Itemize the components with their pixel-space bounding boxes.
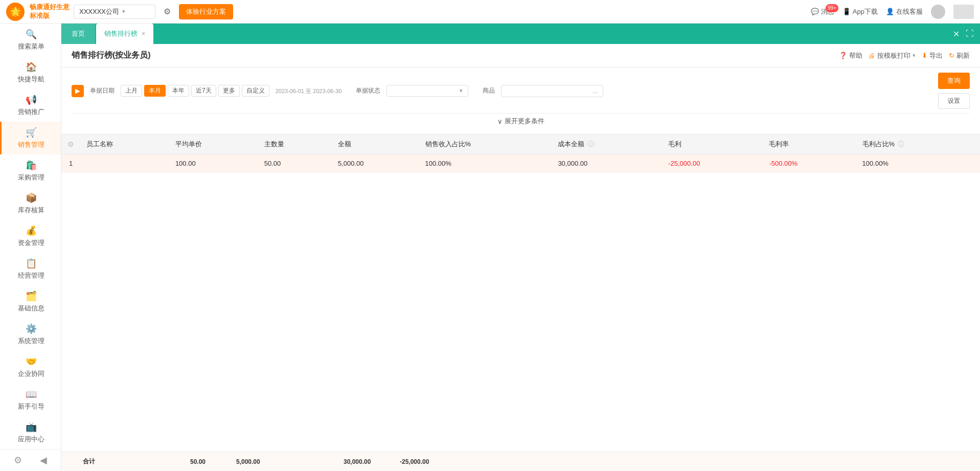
page-title: 销售排行榜(按业务员): [72, 50, 151, 61]
cell-avg-price: 100.00: [169, 154, 258, 173]
sidebar-item-collab[interactable]: 🤝 企业协同: [0, 351, 61, 384]
expand-more-button[interactable]: ∨ 展开更多条件: [497, 117, 544, 126]
help-icon: ❓: [839, 52, 847, 59]
avatar[interactable]: [931, 5, 945, 19]
chevron-down-icon: ▾: [122, 8, 125, 15]
online-service-button[interactable]: 👤 在线客服: [886, 7, 923, 16]
expand-down-icon: ∨: [497, 118, 503, 125]
cell-qty: 50.00: [258, 154, 332, 173]
finance-icon: 💰: [26, 225, 37, 236]
col-cost: 成本全额 ⓘ: [552, 134, 662, 154]
status-select[interactable]: ▾: [386, 85, 468, 97]
message-button[interactable]: 💬 消息 99+: [811, 7, 834, 16]
top-right-actions: 💬 消息 99+ 📱 App下载 👤 在线客服: [811, 5, 974, 19]
sidebar-item-apps[interactable]: 📺 应用中心: [0, 416, 61, 449]
settings-button[interactable]: 设置: [938, 93, 970, 109]
sidebar-item-management[interactable]: 📋 经营管理: [0, 253, 61, 285]
sidebar-item-basic-info[interactable]: 🗂️ 基础信息: [0, 285, 61, 318]
goods-select[interactable]: ...: [501, 85, 603, 97]
col-employee: 员工名称: [80, 134, 169, 154]
recent7-button[interactable]: 近7天: [191, 85, 216, 97]
logo-text: 畅康通好生意 标准版: [30, 3, 70, 20]
sidebar-item-nav[interactable]: 🏠 快捷导航: [0, 56, 61, 89]
footer-profit: -25,000.00: [400, 458, 451, 465]
management-icon: 📋: [26, 258, 37, 269]
custom-button[interactable]: 自定义: [242, 85, 269, 97]
column-settings-icon[interactable]: ⚙: [67, 140, 74, 148]
company-name: XXXXXX公司: [79, 7, 119, 16]
app-download-button[interactable]: 📱 App下载: [842, 7, 878, 16]
col-profit-pct: 毛利占比% ⓘ: [856, 134, 980, 154]
col-avg-price: 平均单价: [169, 134, 258, 154]
sidebar-settings-button[interactable]: ⚙: [14, 455, 22, 466]
date-filter-buttons: 上月 本月 本年 近7天 更多 自定义: [121, 85, 269, 97]
col-settings[interactable]: ⚙: [61, 134, 80, 154]
sidebar-bottom: ⚙ ◀: [0, 449, 61, 471]
table-row: 1 100.00 50.00: [61, 154, 980, 173]
sidebar-item-guide[interactable]: 📖 新手引导: [0, 384, 61, 416]
refresh-button[interactable]: ↻ 刷新: [949, 51, 970, 60]
tab-home[interactable]: 首页: [61, 24, 95, 44]
sidebar-item-finance[interactable]: 💰 资金管理: [0, 220, 61, 253]
status-chevron-icon: ▾: [460, 87, 463, 94]
cell-cost: 30,000.00: [552, 154, 662, 173]
message-icon: 💬: [811, 8, 819, 15]
col-profit-rate: 毛利率: [763, 134, 856, 154]
print-button[interactable]: 🖨 按模板打印 ▾: [869, 51, 916, 60]
footer-amount: 5,000.00: [236, 458, 287, 465]
table-footer: 合计 50.00 5,000.00 30,000.00 -25,000.00: [61, 452, 980, 471]
more-button[interactable]: 更多: [218, 85, 240, 97]
export-icon: ⬇: [922, 52, 927, 59]
content-area: 首页 销售排行榜 × ✕ ⛶ 销售排行榜(按业务员) ❓ 帮助: [61, 24, 980, 471]
col-sales-pct: 销售收入占比%: [419, 134, 552, 154]
sidebar-item-marketing[interactable]: 📢 营销推广: [0, 89, 61, 122]
prev-month-button[interactable]: 上月: [121, 85, 142, 97]
this-month-button[interactable]: 本月: [144, 85, 166, 97]
footer-cells: 合计 50.00 5,000.00 30,000.00 -25,000.00: [67, 457, 974, 466]
cell-amount: 5,000.00: [332, 154, 419, 173]
this-year-button[interactable]: 本年: [168, 85, 189, 97]
tab-close-icon[interactable]: ×: [142, 30, 145, 37]
sidebar-item-system[interactable]: ⚙️ 系统管理: [0, 318, 61, 351]
sidebar-item-search[interactable]: 🔍 搜索菜单: [0, 24, 61, 56]
print-icon: 🖨: [869, 52, 875, 59]
trial-button[interactable]: 体验行业方案: [179, 4, 233, 19]
cell-employee: [80, 154, 169, 173]
expand-arrow-button[interactable]: ▶: [72, 85, 84, 97]
cell-rank: 1: [61, 154, 80, 173]
help-button[interactable]: ❓ 帮助: [839, 51, 862, 60]
apps-icon: 📺: [26, 421, 37, 433]
goods-ellipsis: ...: [592, 87, 598, 95]
marketing-icon: 📢: [26, 94, 37, 105]
cell-profit-rate: -500.00%: [763, 154, 856, 173]
expand-row: ∨ 展开更多条件: [72, 113, 970, 129]
query-button[interactable]: 查询: [938, 73, 970, 89]
collab-icon: 🤝: [26, 356, 37, 367]
footer-cost: 30,000.00: [344, 458, 400, 465]
profit-pct-icon: ⓘ: [898, 140, 904, 148]
service-icon: 👤: [886, 8, 894, 15]
sidebar-collapse-button[interactable]: ◀: [40, 455, 47, 466]
download-icon: 📱: [842, 8, 851, 15]
goods-label: 商品: [483, 86, 495, 95]
settings-icon[interactable]: ⚙: [159, 4, 175, 19]
logo: 🌟 畅康通好生意 标准版: [6, 3, 70, 21]
logo-icon: 🌟: [6, 3, 25, 21]
table-header-row: ⚙ 员工名称 平均单价 主数量: [61, 134, 980, 154]
page-content: 销售排行榜(按业务员) ❓ 帮助 🖨 按模板打印 ▾ ⬇ 导出: [61, 44, 980, 471]
export-button[interactable]: ⬇ 导出: [922, 51, 943, 60]
sidebar-item-inventory[interactable]: 📦 库存核算: [0, 187, 61, 220]
header-actions: ❓ 帮助 🖨 按模板打印 ▾ ⬇ 导出 ↻ 刷新: [839, 51, 970, 60]
tab-sales-ranking[interactable]: 销售排行榜 ×: [96, 24, 153, 44]
sidebar-item-sales[interactable]: 🛒 销售管理: [0, 122, 61, 154]
cell-sales-pct: 100.00%: [419, 154, 552, 173]
window-maximize-button[interactable]: ⛶: [966, 29, 974, 38]
col-amount: 全额: [332, 134, 419, 154]
sidebar-item-purchase[interactable]: 🛍️ 采购管理: [0, 154, 61, 187]
company-select[interactable]: XXXXXX公司 ▾: [74, 5, 155, 19]
col-profit: 毛利: [662, 134, 763, 154]
page-header: 销售排行榜(按业务员) ❓ 帮助 🖨 按模板打印 ▾ ⬇ 导出: [61, 44, 980, 68]
refresh-icon: ↻: [949, 52, 954, 59]
user-name: [953, 5, 974, 19]
window-close-button[interactable]: ✕: [953, 29, 960, 39]
